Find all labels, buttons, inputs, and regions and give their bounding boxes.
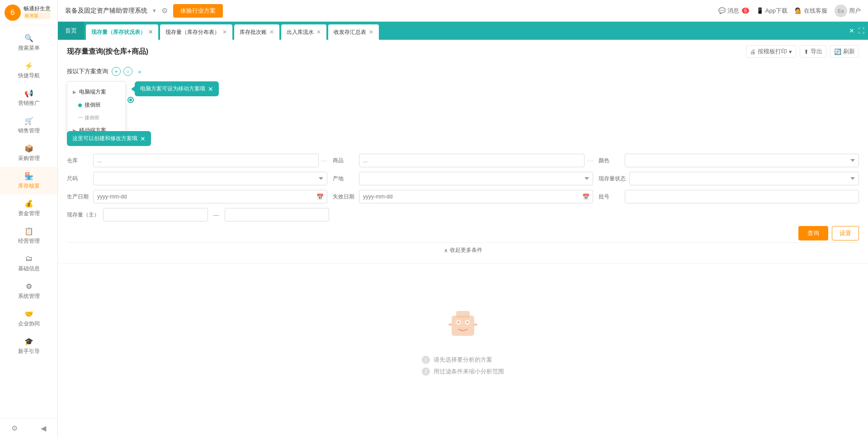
- tooltip-create-scheme: 这里可以创建和修改方案哦 ✕: [67, 131, 151, 146]
- origin-label: 产地: [333, 175, 355, 183]
- origin-select[interactable]: [359, 172, 593, 185]
- tab-batch-ledger[interactable]: 库存批次账 ✕: [234, 24, 279, 40]
- goods-dots[interactable]: ···: [586, 156, 593, 165]
- sidebar-item-base[interactable]: 🗂 基础信息: [0, 250, 57, 277]
- phone-icon: 📱: [756, 7, 764, 14]
- message-btn[interactable]: 💬 消息 6: [718, 7, 749, 15]
- empty-state: 1 请先选择要分析的方案 2 用过滤条件来缩小分析范围: [58, 264, 868, 414]
- print-dropdown-icon: ▾: [789, 48, 792, 55]
- sidebar-item-inventory[interactable]: 🏪 库存核算: [0, 167, 57, 194]
- sidebar-item-system[interactable]: ⚙ 系统管理: [0, 277, 57, 305]
- fullscreen-icon[interactable]: ⛶: [858, 27, 864, 34]
- stock-main-input-2[interactable]: [225, 208, 330, 221]
- app-download-btn[interactable]: 📱 App下载: [756, 7, 788, 15]
- filter-header: 按以下方案查询 + ○ «: [67, 67, 859, 76]
- footer-collapse-btn[interactable]: ◀: [41, 424, 46, 433]
- filter-row-2: 尺码 产地 现存量状态: [67, 172, 859, 185]
- stock-status-select[interactable]: [629, 172, 859, 185]
- reset-button[interactable]: 设置: [832, 226, 859, 240]
- sidebar-item-enterprise[interactable]: 🤝 企业协同: [0, 305, 57, 332]
- tab-close-1[interactable]: ✕: [222, 29, 227, 35]
- refresh-icon: 🔄: [834, 48, 841, 55]
- sidebar-item-marketing[interactable]: 📢 营销推广: [0, 84, 57, 112]
- tree-item-pc-sub2[interactable]: 一 接倒班: [67, 112, 125, 124]
- footer-settings-btn[interactable]: ⚙: [11, 424, 18, 433]
- header-dropdown-icon: ▾: [153, 7, 156, 14]
- prod-date-icon[interactable]: 📅: [316, 193, 324, 200]
- user-area[interactable]: Ea 用户: [835, 5, 861, 17]
- add-scheme-btn[interactable]: +: [112, 67, 121, 76]
- tab-inout-flow[interactable]: 出入库流水 ✕: [281, 24, 326, 40]
- export-icon: ⬆: [804, 48, 809, 55]
- expiry-date-icon[interactable]: 📅: [582, 193, 590, 200]
- main-content: 装备及固定资产辅助管理系统 ▾ ⚙ 体验行业方案 💬 消息 6 📱 App下载 …: [58, 0, 868, 438]
- collapse-btn[interactable]: ∧ 收起更多条件: [67, 242, 859, 258]
- stock-main-label: 现存量（主）: [67, 211, 99, 219]
- tab-home[interactable]: 首页: [58, 22, 84, 40]
- tree-item-pc-sub[interactable]: 接倒班: [67, 99, 125, 112]
- size-select[interactable]: [93, 172, 327, 185]
- batch-input[interactable]: [625, 190, 859, 203]
- prod-date-input[interactable]: [93, 190, 327, 203]
- tree-dot: [78, 104, 82, 107]
- empty-text-area: 1 请先选择要分析的方案 2 用过滤条件来缩小分析范围: [422, 354, 504, 377]
- trial-button[interactable]: 体验行业方案: [173, 4, 223, 18]
- header-settings-icon[interactable]: ⚙: [161, 6, 168, 15]
- prod-date-label: 生产日期: [67, 193, 90, 201]
- message-icon: 💬: [718, 7, 726, 14]
- stock-status-label: 现存量状态: [599, 175, 626, 183]
- online-service-btn[interactable]: 💁 在线客服: [795, 7, 827, 15]
- warehouse-input[interactable]: [93, 154, 319, 167]
- empty-step-1: 1 请先选择要分析的方案: [422, 354, 504, 366]
- stock-main-input[interactable]: [103, 208, 208, 221]
- avatar: Ea: [835, 5, 847, 17]
- tooltip-arrow: [131, 86, 135, 92]
- filter-stock-status: 现存量状态: [599, 172, 859, 185]
- sidebar-item-operation[interactable]: 📋 经营管理: [0, 222, 57, 250]
- filter-prod-date: 生产日期 📅: [67, 190, 327, 203]
- tooltip-pc-mobile: 电脑方案可设为移动方案哦 ✕: [135, 81, 219, 96]
- content-area: 现存量查询(按仓库+商品) 🖨 按模板打印 ▾ ⬆ 导出 🔄 刷新: [58, 40, 868, 438]
- filter-color: 颜色: [599, 154, 859, 167]
- tooltip-close-1[interactable]: ✕: [208, 85, 213, 93]
- page-header: 现存量查询(按仓库+商品) 🖨 按模板打印 ▾ ⬆ 导出 🔄 刷新: [58, 40, 868, 61]
- export-btn[interactable]: ⬆ 导出: [800, 45, 826, 58]
- tab-summary[interactable]: 收发存汇总表 ✕: [328, 24, 379, 40]
- goods-input[interactable]: [359, 154, 585, 167]
- filter-stock-main: 现存量（主） —: [67, 208, 329, 221]
- color-select[interactable]: [625, 154, 859, 167]
- collapse-icon: ∧: [444, 247, 448, 254]
- search-button[interactable]: 查询: [798, 226, 828, 240]
- marketing-icon: 📢: [24, 89, 33, 98]
- sidebar-nav: 🔍 搜索菜单 ⚡ 快捷导航 📢 营销推广 🛒 销售管理 📦 采购管理 🏪 库存核…: [0, 25, 57, 418]
- filter-panel: 按以下方案查询 + ○ « ▶ 电脑端方案 接倒班: [58, 61, 868, 264]
- print-btn[interactable]: 🖨 按模板打印 ▾: [746, 45, 796, 58]
- warehouse-dots[interactable]: ···: [321, 156, 327, 165]
- sidebar-item-finance[interactable]: 💰 资金管理: [0, 194, 57, 222]
- tab-inventory-status[interactable]: 现存量（库存状况表） ✕: [86, 24, 158, 40]
- logo-sub: 标准版: [24, 12, 51, 19]
- page-title: 现存量查询(按仓库+商品): [67, 47, 148, 57]
- tree-item-pc[interactable]: ▶ 电脑端方案: [67, 85, 125, 99]
- tab-inventory-dist[interactable]: 现存量（库存分布表） ✕: [160, 24, 232, 40]
- tab-close-4[interactable]: ✕: [369, 29, 373, 35]
- top-header: 装备及固定资产辅助管理系统 ▾ ⚙ 体验行业方案 💬 消息 6 📱 App下载 …: [58, 0, 868, 22]
- tooltip-text-2: 这里可以创建和修改方案哦: [72, 135, 137, 142]
- sidebar-item-purchase[interactable]: 📦 采购管理: [0, 139, 57, 167]
- tab-close-3[interactable]: ✕: [316, 29, 321, 35]
- sidebar-item-guide[interactable]: 🎓 新手引导: [0, 332, 57, 360]
- tab-close-2[interactable]: ✕: [269, 29, 274, 35]
- close-all-icon[interactable]: ✕: [849, 27, 854, 34]
- sidebar-item-sales[interactable]: 🛒 销售管理: [0, 112, 57, 139]
- back-icon[interactable]: «: [135, 67, 144, 76]
- sidebar-item-search[interactable]: 🔍 搜索菜单: [0, 29, 57, 57]
- sales-icon: 🛒: [24, 116, 33, 125]
- refresh-btn[interactable]: 🔄 刷新: [830, 45, 859, 58]
- tab-close-0[interactable]: ✕: [148, 29, 153, 35]
- filter-goods: 商品 ···: [333, 154, 593, 167]
- sidebar-item-quick[interactable]: ⚡ 快捷导航: [0, 57, 57, 84]
- filter-title: 按以下方案查询: [67, 67, 108, 75]
- tooltip-close-2[interactable]: ✕: [140, 135, 146, 142]
- expiry-date-input[interactable]: [359, 190, 593, 203]
- edit-scheme-btn[interactable]: ○: [123, 67, 132, 76]
